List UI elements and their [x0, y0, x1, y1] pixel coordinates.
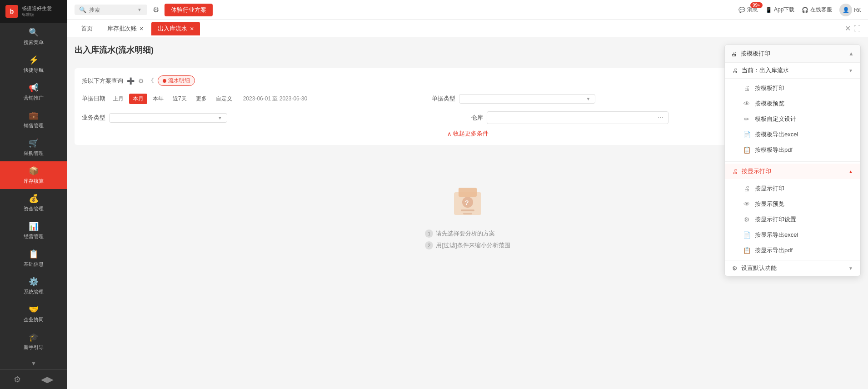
sidebar-item-inventory[interactable]: 📦 库存核算 — [0, 161, 67, 189]
display-export-pdf-btn[interactable]: 📋 按显示导出pdf — [725, 243, 860, 258]
online-service-btn[interactable]: 🎧 在线客服 — [802, 6, 832, 14]
shortcut-icon: ⚡ — [29, 55, 39, 65]
system-icon: ⚙️ — [29, 277, 39, 287]
main-area: 🔍 ▼ ⚙ 体验行业方案 💬 消息 99+ 📱 App下载 🎧 在线客服 — [67, 0, 868, 389]
template-custom-btn[interactable]: ✏ 模板自定义设计 — [725, 111, 860, 127]
sidebar-item-enterprise[interactable]: 🤝 企业协同 — [0, 300, 67, 328]
chevron-up-small: ∧ — [447, 130, 452, 137]
purchase-icon: 🛒 — [29, 138, 39, 148]
date-option-7days[interactable]: 近7天 — [169, 94, 190, 104]
active-filter-tag[interactable]: 流水明细 — [158, 75, 195, 86]
sidebar-item-system[interactable]: ⚙️ 系统管理 — [0, 272, 67, 300]
dropdown-footer[interactable]: ⚙ 设置默认功能 ▼ — [725, 260, 860, 276]
warehouse-more-icon[interactable]: ··· — [658, 114, 663, 122]
current-label: 当前：出入库流水 — [742, 66, 789, 75]
topbar: 🔍 ▼ ⚙ 体验行业方案 💬 消息 99+ 📱 App下载 🎧 在线客服 — [67, 0, 868, 20]
date-option-last-month[interactable]: 上月 — [109, 94, 127, 104]
avatar: 👤 — [839, 4, 852, 16]
collapse-text: 收起更多条件 — [453, 130, 489, 138]
display-preview-btn[interactable]: 👁 按显示预览 — [725, 196, 860, 212]
sales-icon: 💼 — [29, 110, 39, 120]
sidebar-item-operations[interactable]: 📊 经营管理 — [0, 217, 67, 244]
date-option-this-month[interactable]: 本月 — [129, 94, 147, 104]
sidebar-item-basic[interactable]: 📋 基础信息 — [0, 244, 67, 272]
app-download-label: App下载 — [774, 6, 794, 14]
display-print-btn[interactable]: 🖨 按显示打印 — [725, 181, 860, 196]
sidebar-label-search: 搜索菜单 — [24, 39, 44, 46]
sidebar-item-purchase[interactable]: 🛒 采购管理 — [0, 134, 67, 161]
tab-batch[interactable]: 库存批次账 × — [101, 22, 150, 35]
sidebar-label-marketing: 营销推广 — [24, 95, 44, 101]
settings-filter-icon[interactable]: ⚙ — [138, 77, 144, 85]
warehouse-select[interactable]: ··· — [487, 111, 668, 124]
tab-flow-close[interactable]: × — [190, 25, 194, 32]
dropdown-panel: 🖨 按模板打印 ▲ 🖨 当前：出入库流水 ▼ 🖨 按 — [724, 45, 861, 276]
sidebar-item-marketing[interactable]: 📢 营销推广 — [0, 78, 67, 106]
current-arrow[interactable]: ▼ — [848, 68, 853, 73]
svg-rect-1 — [459, 188, 477, 197]
search-input[interactable] — [89, 7, 135, 13]
sidebar-item-finance[interactable]: 💰 资金管理 — [0, 189, 67, 217]
footer-icon: ⚙ — [732, 265, 738, 272]
type-select[interactable]: ▼ — [459, 94, 595, 104]
add-filter-icon[interactable]: ➕ — [127, 77, 135, 85]
user-avatar-btn[interactable]: 👤 Rit — [839, 4, 861, 16]
date-option-this-year[interactable]: 本年 — [149, 94, 167, 104]
settings-icon[interactable]: ⚙ — [14, 374, 21, 384]
collapse-filter-icon[interactable]: 《 — [148, 77, 154, 85]
mobile-icon: 📱 — [765, 7, 772, 13]
chevron-down-icon[interactable]: ▼ — [137, 7, 142, 12]
tab-batch-close[interactable]: × — [140, 25, 143, 32]
expand-tabs-btn[interactable]: ⛶ — [853, 24, 861, 33]
template-custom-icon: ✏ — [743, 115, 750, 123]
message-icon: 💬 — [738, 7, 745, 13]
sidebar: b 畅捷通好生意 标准版 🔍 搜索菜单 ⚡ 快捷导航 📢 营销推广 💼 销 — [0, 0, 67, 389]
sidebar-nav: 🔍 搜索菜单 ⚡ 快捷导航 📢 营销推广 💼 销售管理 🛒 采购管理 📦 — [0, 23, 67, 358]
template-export-pdf-icon: 📋 — [743, 146, 750, 154]
sidebar-label-shortcut: 快捷导航 — [24, 67, 44, 74]
marketing-icon: 📢 — [29, 83, 39, 93]
collapse-sidebar-icon[interactable]: ◀▶ — [41, 374, 54, 384]
topbar-settings-icon[interactable]: ⚙ — [153, 5, 159, 14]
display-print-header[interactable]: 🖨 按显示打印 ▲ — [725, 164, 860, 179]
dropdown-title: 按模板打印 — [741, 50, 770, 58]
message-btn[interactable]: 💬 消息 99+ — [738, 6, 758, 14]
sidebar-item-guide[interactable]: 🎓 新手引导 — [0, 328, 67, 355]
service-icon: 🎧 — [802, 7, 808, 13]
collapse-more-btn[interactable]: ∧ 收起更多条件 — [447, 130, 489, 138]
search-icon: 🔍 — [79, 6, 86, 13]
template-preview-label: 按模板预览 — [755, 100, 784, 108]
close-all-tabs-btn[interactable]: ✕ — [845, 24, 851, 33]
date-option-custom[interactable]: 自定义 — [212, 94, 236, 104]
empty-hint-1: 1 请先选择要分析的方案 — [425, 229, 510, 238]
dropdown-divider — [725, 161, 860, 162]
tab-flow[interactable]: 出入库流水 × — [151, 22, 200, 35]
template-print-btn[interactable]: 🖨 按模板打印 — [725, 80, 860, 96]
empty-hint-2: 2 用[过滤]条件来缩小分析范围 — [425, 241, 510, 249]
biz-type-select[interactable]: ▼ — [109, 113, 227, 123]
tab-batch-label: 库存批次账 — [107, 25, 137, 33]
logo-text: 畅捷通好生意 — [22, 5, 52, 12]
template-export-excel-btn[interactable]: 📄 按模板导出excel — [725, 127, 860, 142]
experience-btn[interactable]: 体验行业方案 — [165, 4, 213, 16]
display-print-settings-btn[interactable]: ⚙ 按显示打印设置 — [725, 212, 860, 227]
sidebar-item-sales[interactable]: 💼 销售管理 — [0, 106, 67, 134]
logo-badge: 标准版 — [22, 12, 52, 18]
display-preview-icon: 👁 — [743, 200, 750, 208]
dropdown-chevron-up[interactable]: ▲ — [848, 50, 854, 57]
date-option-more[interactable]: 更多 — [192, 94, 210, 104]
template-preview-btn[interactable]: 👁 按模板预览 — [725, 96, 860, 111]
message-badge: 99+ — [750, 2, 763, 8]
template-export-pdf-btn[interactable]: 📋 按模板导出pdf — [725, 142, 860, 158]
app-download-btn[interactable]: 📱 App下载 — [765, 6, 794, 14]
filter-tag-label: 流水明细 — [168, 77, 190, 85]
app-logo: b 畅捷通好生意 标准版 — [0, 0, 67, 23]
tab-home[interactable]: 首页 — [75, 22, 99, 35]
sidebar-item-shortcut[interactable]: ⚡ 快捷导航 — [0, 50, 67, 78]
sidebar-item-search[interactable]: 🔍 搜索菜单 — [0, 23, 67, 50]
topbar-search[interactable]: 🔍 ▼ — [75, 5, 147, 15]
sidebar-scroll-down[interactable]: ▼ — [0, 358, 67, 369]
online-service-label: 在线客服 — [810, 6, 832, 14]
display-export-excel-btn[interactable]: 📄 按显示导出excel — [725, 227, 860, 243]
date-range: 2023-06-01 至 2023-06-30 — [243, 95, 307, 103]
